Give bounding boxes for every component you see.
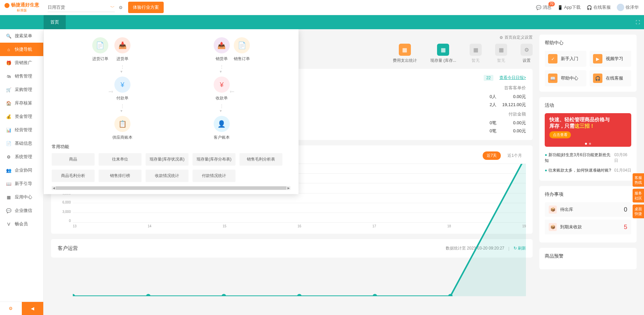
cart-icon: 🛒 <box>6 87 11 92</box>
logo: ⬤畅捷通好生意 标准版 <box>0 0 44 15</box>
flow-purchase-bill[interactable]: 📥 进货单 <box>114 37 130 62</box>
common-func-6[interactable]: 销售排行榜 <box>99 170 142 182</box>
sidebar-settings-button[interactable]: ⚙ <box>0 302 22 315</box>
try-plan-button[interactable]: 体验行业方案 <box>128 2 164 13</box>
sidebar: 🔍搜索菜单⌂快捷导航🎁营销推广🛍销售管理🛒采购管理🏠库存核算💰资金管理📊经营管理… <box>0 29 44 315</box>
header-right: 💬 消息 70 📱 App下载 🎧 在线客服 徐泽华 <box>536 4 639 11</box>
promo-banner[interactable]: 快速、轻松管理商品价格与 库存，只需这三招！ 点击查看 <box>545 113 631 147</box>
common-func-7[interactable]: 收款情况统计 <box>146 170 189 182</box>
sidebar-item-0[interactable]: 🔍搜索菜单 <box>0 29 43 43</box>
sidebar-label: 经营管理 <box>15 127 32 133</box>
sidebar-item-4[interactable]: 🛒采购管理 <box>0 83 43 96</box>
sidebar-label: 系统管理 <box>15 154 32 160</box>
help-item-0[interactable]: ✓新手入门 <box>545 51 586 67</box>
sidebar-item-10[interactable]: 👥企业协同 <box>0 164 43 177</box>
daily-report-link[interactable]: 查看今日日报> <box>499 75 526 81</box>
message-button[interactable]: 💬 消息 70 <box>536 4 551 10</box>
category-select[interactable]: 日用百货 ﹀ <box>48 3 115 12</box>
svg-point-3 <box>297 294 302 296</box>
service-button[interactable]: 🎧 在线客服 <box>587 4 611 10</box>
flow-customer-ledger[interactable]: 👤 客户账本 <box>214 116 230 140</box>
help-icon: ✓ <box>548 54 557 63</box>
sidebar-item-6[interactable]: 💰资金管理 <box>0 110 43 123</box>
flow-purchase-order[interactable]: 📄 进货订单 <box>92 37 108 62</box>
common-func-0[interactable]: 商品 <box>52 153 95 166</box>
user-menu[interactable]: 徐泽华 <box>617 4 639 11</box>
fullscreen-icon[interactable]: ⛶ <box>636 20 640 25</box>
common-func-3[interactable]: 现存量(库存分布表) <box>193 153 235 166</box>
sidebar-item-14[interactable]: V畅会员 <box>0 217 43 231</box>
quick-link-label: 暂无 <box>472 58 480 63</box>
gear-icon[interactable]: ⚙ <box>119 5 123 10</box>
news-item-1[interactable]: ●往来账款太多，如何快速准确对账?01月04日 <box>545 166 631 175</box>
float-button-0[interactable]: 客服热线 <box>633 173 644 187</box>
sidebar-item-9[interactable]: ⚙系统管理 <box>0 150 43 164</box>
chart-tab-0[interactable]: 近7天 <box>483 151 501 160</box>
purchase-order-icon: 📄 <box>92 37 108 53</box>
common-func-1[interactable]: 往来单位 <box>99 153 142 166</box>
news-item-0[interactable]: ●新功能|好生意3月6日功能更新抢先知03月06日 <box>545 150 631 166</box>
tab-home[interactable]: 首页 <box>44 15 66 29</box>
sidebar-item-12[interactable]: ▦应用中心 <box>0 190 43 204</box>
quick-link-icon: ▦ <box>470 44 482 56</box>
common-func-4[interactable]: 销售毛利分析表 <box>239 153 282 166</box>
sales-order-icon: 📄 <box>234 37 250 53</box>
sales-bill-icon: 📤 <box>214 37 230 53</box>
chart-tab-1[interactable]: 近1个月 <box>503 151 526 160</box>
sidebar-item-3[interactable]: 🛍销售管理 <box>0 70 43 83</box>
phone-icon: 📱 <box>557 5 563 10</box>
flow-sales-bill[interactable]: 📤 销货单 <box>214 37 230 62</box>
sidebar-item-1[interactable]: ⌂快捷导航 <box>0 43 43 56</box>
arrow-icon: ‹····· <box>230 84 234 94</box>
todo-item-1[interactable]: 📦到期未收款5 <box>545 220 631 234</box>
sidebar-label: 新手引导 <box>15 181 32 187</box>
sidebar-collapse-button[interactable]: ◀ <box>22 302 44 315</box>
tab-bar: 首页 ⛶ <box>0 15 644 29</box>
flyout-scrollbar[interactable]: ◀ ▶ <box>52 186 290 190</box>
svg-point-4 <box>373 294 377 296</box>
custom-settings-link[interactable]: ⚙首页自定义设置 <box>499 35 533 40</box>
app-icon: ▦ <box>6 195 11 200</box>
quick-link-1[interactable]: ▦现存量 (库存... <box>430 44 456 63</box>
sidebar-item-13[interactable]: 💬企业微信 <box>0 204 43 217</box>
quick-link-2: ▦暂无 <box>470 44 482 63</box>
quick-link-0[interactable]: ▦费用支出统计 <box>393 44 417 63</box>
panel-title: 商品预警 <box>545 253 631 259</box>
todo-item-0[interactable]: 📦待出库0 <box>545 202 631 217</box>
quick-link-4[interactable]: ⚙设置 <box>521 44 533 63</box>
sidebar-item-5[interactable]: 🏠库存核算 <box>0 96 43 110</box>
quick-link-label: 现存量 (库存... <box>430 58 456 63</box>
flow-supplier-ledger[interactable]: 📋 供应商账本 <box>112 116 132 140</box>
float-button-1[interactable]: 服务社区 <box>633 189 644 203</box>
float-button-2[interactable]: 桌面快捷 <box>633 205 644 218</box>
sidebar-item-8[interactable]: 📄基础信息 <box>0 137 43 150</box>
flow-receipt[interactable]: ¥ 收款单 <box>214 77 230 101</box>
download-button[interactable]: 📱 App下载 <box>557 4 581 10</box>
home-icon: ⌂ <box>6 47 11 52</box>
quick-link-label: 暂无 <box>497 58 505 63</box>
help-panel: 帮助中心 ✓新手入门▶视频学习📖帮助中心🎧在线客服 <box>539 35 637 92</box>
promo-cta-button[interactable]: 点击查看 <box>549 131 571 138</box>
panel-title: 待办事项 <box>545 191 631 197</box>
flow-payment[interactable]: ¥ 付款单 <box>114 77 130 101</box>
common-func-2[interactable]: 现存量(库存状况表) <box>146 153 189 166</box>
message-icon: 💬 <box>536 5 541 10</box>
common-func-8[interactable]: 付款情况统计 <box>193 170 235 182</box>
common-func-5[interactable]: 商品毛利分析 <box>52 170 95 182</box>
help-item-1[interactable]: ▶视频学习 <box>590 51 631 67</box>
book-icon: 📖 <box>6 181 11 186</box>
search-icon: 🔍 <box>6 34 11 39</box>
flow-sales-order[interactable]: 📄 销售订单 <box>234 37 250 62</box>
help-item-3[interactable]: 🎧在线客服 <box>590 70 631 86</box>
panel-title: 帮助中心 <box>545 40 631 46</box>
house-icon: 🏠 <box>6 101 11 106</box>
help-item-2[interactable]: 📖帮助中心 <box>545 70 586 86</box>
app-header: ⬤畅捷通好生意 标准版 日用百货 ﹀ ⚙ 体验行业方案 💬 消息 70 📱 Ap… <box>0 0 644 15</box>
sidebar-item-2[interactable]: 🎁营销推广 <box>0 56 43 70</box>
todo-icon: 📦 <box>549 223 557 231</box>
sidebar-item-11[interactable]: 📖新手引导 <box>0 177 43 190</box>
message-badge: 70 <box>548 2 555 6</box>
scrollbar-thumb[interactable] <box>56 186 286 190</box>
sidebar-item-7[interactable]: 📊经营管理 <box>0 123 43 137</box>
todo-icon: 📦 <box>549 206 557 214</box>
